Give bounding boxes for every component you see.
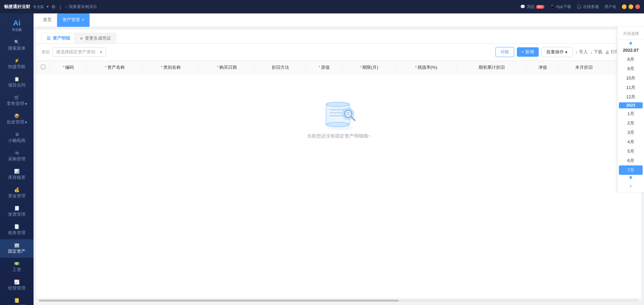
top-bar-left: 畅捷通好业财 专业版 ▾ ⚙ | ○ 我要看实例演示 [4,4,97,10]
tab-bar: 首页 资产管理 × [34,13,644,27]
sidebar-item-inventory[interactable]: 📊 库存核算 [0,165,34,184]
page-body: ☰ 资产明细 ≡ 变更生成凭证 类别 请选择固定资产类别 ▾ [36,30,641,302]
month-item-9[interactable]: 9月 [618,64,644,73]
month-item-7[interactable]: 7月 [619,165,643,175]
month-year: 2022.07 [623,46,639,55]
category-filter[interactable]: 请选择固定资产类别 ▾ [52,47,106,57]
maximize-btn[interactable] [629,4,633,9]
minimize-btn[interactable] [622,4,627,9]
finance-icon: 💰 [14,187,19,192]
svg-line-13 [352,117,355,120]
col-buydate: *购买日期 [199,61,255,74]
subtab-icon-detail: ☰ [47,36,51,41]
sidebar-item-fixed-assets[interactable]: 🏢 固定资产 [0,239,34,258]
sidebar-item-project[interactable]: 📋 项目合同 [0,73,34,92]
close-btn[interactable] [635,4,640,9]
sidebar-item-operations[interactable]: 📈 经营管理 [0,276,34,295]
sidebar-item-tax[interactable]: 📑 税务管理 [0,221,34,239]
sidebar-item-search[interactable]: 🔍 搜索菜单 [0,36,34,55]
app-edition: 专业版 [33,4,44,9]
import-btn[interactable]: ↑ 导入 [575,49,588,55]
col-original-value: *原值 [306,61,342,74]
sub-tab-asset-detail[interactable]: ☰ 资产明细 [42,33,75,43]
tab-asset-management[interactable]: 资产管理 × [57,13,90,27]
import-icon: ↑ [575,50,578,55]
chevron-down-icon: ▾ [25,101,27,106]
app-title: 畅捷通好业财 [4,4,30,10]
chevron-down-icon2: ▾ [25,120,27,125]
company-dropdown[interactable]: ▾ [47,4,49,9]
month-prev-btn[interactable]: ▲ [628,40,634,46]
month-item-2[interactable]: 2月 [618,118,644,128]
operations-icon: 📈 [14,279,19,285]
sidebar-item-retail[interactable]: 🛒 零售管理 ▾ [0,92,34,110]
month-item-1[interactable]: 1月 [618,109,644,118]
batch-btn[interactable]: 批量操作 ▾ [541,47,573,57]
subtab-icon-voucher: ≡ [80,36,83,41]
message-btn[interactable]: 💬 消息 99+ [520,4,544,10]
tab-home[interactable]: 首页 [38,13,57,27]
user-name: 用户名 [604,4,616,10]
search-icon: 🔍 [14,40,19,45]
col-monthly-depreciation: 本月折旧 [558,61,609,74]
scrollbar-track[interactable] [39,300,639,302]
empty-icon [319,94,359,128]
col-code: *编码 [50,61,87,74]
sidebar-item-purchase[interactable]: 🛍 采购管理 [0,147,34,165]
month-item-8[interactable]: 8月 [618,55,644,64]
window-controls [622,4,640,9]
tab-close-icon[interactable]: × [82,17,84,22]
svg-rect-9 [330,115,344,116]
message-count: 99+ [536,5,544,9]
svg-rect-7 [330,109,345,110]
inventory-icon: 📊 [14,169,19,174]
month-item-10[interactable]: 10月 [618,73,644,83]
month-item-12[interactable]: 12月 [618,92,644,102]
svg-point-6 [328,123,348,126]
month-item-3[interactable]: 3月 [618,128,644,137]
download-icon: 📱 [550,4,555,9]
month-item-6[interactable]: 6月 [618,156,644,165]
svg-rect-14 [346,112,350,113]
filter-dropdown-icon: ▾ [100,50,102,55]
main-content: ☰ 资产明细 ≡ 变更生成凭证 类别 请选择固定资产类别 ▾ [34,27,644,305]
sidebar-item-salary[interactable]: 💵 工资 [0,258,34,276]
scrollbar-thumb[interactable] [39,300,399,302]
month-next-btn[interactable]: ▼ [628,175,634,181]
month-item-11[interactable]: 11月 [618,83,644,92]
app-download-btn[interactable]: 📱 App下载 [550,4,571,10]
project-icon: 📋 [14,77,19,82]
retail-icon: 🛒 [14,95,19,100]
settings-icon[interactable]: ⚙ [51,4,56,9]
sidebar-item-ledger[interactable]: 📒 总账管理 [0,295,34,305]
ecommerce-icon: 🖥 [15,132,19,137]
empty-text: 当前您还没有固定资产明细哦~ [307,133,371,139]
empty-state: 当前您还没有固定资产明细哦~ [37,74,641,159]
user-info[interactable]: 用户名 [604,4,616,10]
select-all-checkbox[interactable] [41,65,45,69]
demo-link[interactable]: ○ 我要看实例演示 [65,4,97,10]
svg-rect-15 [346,114,349,115]
asset-table: *编码 *资产名称 *类别名称 *购买日期 折旧方法 *原值 *期限(月) *残… [36,61,641,159]
sub-tabs: ☰ 资产明细 ≡ 变更生成凭证 [36,30,641,44]
batch-dropdown-icon: ▾ [565,50,568,55]
sidebar-item-invoice[interactable]: 🧾 发票管理 [0,202,34,221]
content-area: 首页 资产管理 × ☰ 资产明细 ≡ 变更生成凭证 [34,13,644,305]
online-service-btn[interactable]: 🎧 在线客服 [577,4,599,10]
month-panel-collapse-btn[interactable]: › [630,182,632,189]
sidebar-item-quicknav[interactable]: ⚡ 快捷导航 [0,55,34,73]
duizhang-btn[interactable]: 对账 [495,47,514,57]
main-layout: Ai 专业版 🔍 搜索菜单 ⚡ 快捷导航 📋 项目合同 🛒 零售管理 ▾ 📦 批… [0,13,644,305]
sidebar-item-wholesale[interactable]: 📦 批发管理 ▾ [0,110,34,129]
invoice-icon: 🧾 [14,206,19,211]
col-category: *类别名称 [143,61,199,74]
download-btn[interactable]: ↓ 下载 [590,49,603,55]
add-btn[interactable]: + 新增 [517,47,539,57]
sidebar-item-finance[interactable]: 💰 资金管理 [0,184,34,202]
month-item-4[interactable]: 4月 [618,137,644,147]
month-item-5[interactable]: 5月 [618,147,644,156]
sidebar-item-ecommerce[interactable]: 🖥 小畅电商 [0,129,34,147]
col-name: *资产名称 [87,61,143,74]
sub-tab-change-voucher[interactable]: ≡ 变更生成凭证 [75,33,116,43]
svg-rect-8 [330,112,342,113]
